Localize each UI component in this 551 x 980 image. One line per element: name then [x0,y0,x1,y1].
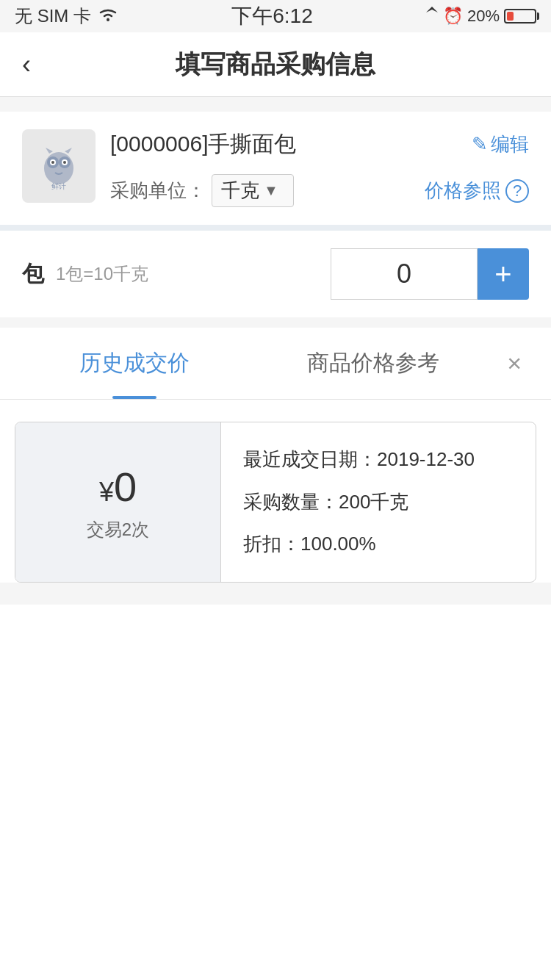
quantity-input[interactable] [331,248,478,300]
product-header: [0000006]手撕面包 ✎ 编辑 [110,129,529,159]
svg-point-7 [63,161,66,164]
alarm-icon: ⏰ [443,7,463,26]
history-price-value: ¥0 [99,463,137,511]
tab-history-price[interactable]: 历史成交价 [15,328,253,399]
history-trades-count: 交易2次 [87,518,149,541]
currency-symbol: ¥ [99,477,114,507]
history-discount-row: 折扣：100.00% [243,529,514,560]
unit-icon-label: 包 [22,259,44,289]
unit-conversion-text: 1包=10千克 [56,262,148,286]
svg-point-0 [107,18,109,21]
product-unit-row: 采购单位： 千克 ▼ 价格参照 ? [110,174,529,207]
history-quantity-row: 采购数量：200千克 [243,487,514,518]
battery-percent: 20% [467,7,500,26]
unit-label: 采购单位： [110,178,206,203]
svg-point-1 [44,152,73,184]
product-info: [0000006]手撕面包 ✎ 编辑 采购单位： 千克 ▼ 价格参照 ? [110,129,529,207]
back-button[interactable]: ‹ [22,49,31,80]
quantity-unit-info: 包 1包=10千克 [22,259,148,289]
unit-selector-group: 采购单位： 千克 ▼ [110,174,294,207]
bottom-area [0,605,551,980]
section-divider [0,225,551,231]
tabs-container: 历史成交价 商品价格参考 × ¥0 交易2次 最近成交日期：2019-12-30… [0,328,551,583]
tab-close-button[interactable]: × [492,334,536,392]
status-right: ⏰ 20% [425,6,536,26]
unit-select-dropdown[interactable]: 千克 ▼ [212,174,294,207]
nav-bar: ‹ 填写商品采购信息 [0,32,551,97]
tab-product-price-reference[interactable]: 商品价格参考 [253,328,492,399]
svg-point-6 [51,161,54,164]
product-name: [0000006]手撕面包 [110,129,296,159]
status-time: 下午6:12 [231,2,313,30]
edit-icon: ✎ [472,133,488,156]
history-details-section: 最近成交日期：2019-12-30 采购数量：200千克 折扣：100.00% [221,422,536,582]
history-price-card: ¥0 交易2次 最近成交日期：2019-12-30 采购数量：200千克 折扣：… [15,422,536,583]
network-label: 无 SIM 卡 [15,4,91,28]
quantity-plus-button[interactable]: + [478,248,529,300]
edit-button[interactable]: ✎ 编辑 [472,131,529,157]
chevron-down-icon: ▼ [264,182,278,199]
history-price-section: ¥0 交易2次 [15,422,221,582]
page-title: 填写商品采购信息 [176,48,375,82]
history-date-row: 最近成交日期：2019-12-30 [243,444,514,475]
quantity-row: 包 1包=10千克 + [0,231,551,317]
tabs-header: 历史成交价 商品价格参考 × [0,328,551,400]
battery-icon [504,9,536,24]
quantity-input-group: + [331,248,529,300]
svg-text:鲜计: 鲜计 [51,182,66,190]
status-bar: 无 SIM 卡 下午6:12 ⏰ 20% [0,0,551,32]
product-thumbnail: 鲜计 [22,129,96,203]
location-icon [425,6,439,26]
price-reference-button[interactable]: 价格参照 ? [425,178,529,203]
product-card: 鲜计 [0000006]手撕面包 ✎ 编辑 采购单位： 千克 ▼ 价格参照 ? [0,112,551,225]
wifi-icon [97,6,119,26]
status-left: 无 SIM 卡 [15,4,119,28]
help-icon: ? [505,179,529,203]
